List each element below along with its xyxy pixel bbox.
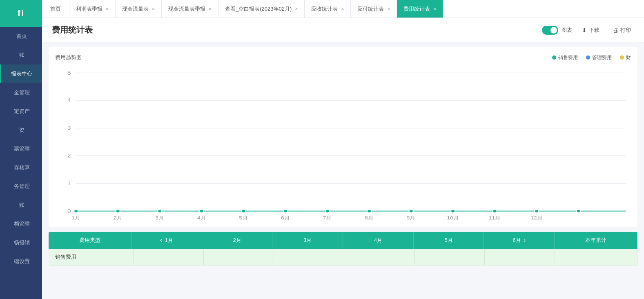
print-button[interactable]: 🖨 打印 — [609, 25, 634, 35]
tab-home-label: 首页 — [50, 5, 61, 13]
tab-bar: 首页 利润表季报 × 现金流量表 × 现金流量表季报 × 查看_空白报表(202… — [42, 0, 644, 18]
svg-text:1: 1 — [67, 180, 71, 186]
svg-point-20 — [409, 209, 413, 213]
chart-legend: 销售费用 管理费用 财 — [552, 54, 631, 61]
td-may-sales — [414, 249, 485, 265]
print-label: 打印 — [620, 27, 631, 34]
svg-text:5月: 5月 — [239, 215, 248, 220]
page-header: 费用统计表 图表 ⬇ 下载 🖨 打印 — [42, 18, 644, 42]
svg-text:4月: 4月 — [197, 215, 206, 220]
legend-sales: 销售费用 — [552, 54, 578, 61]
tab-expense[interactable]: 费用统计表 × — [397, 0, 443, 18]
tab-cashflow[interactable]: 现金流量表 × — [116, 0, 162, 18]
sidebar-item-settings[interactable]: 础设置 — [0, 252, 42, 271]
sidebar-item-archive[interactable]: 档管理 — [0, 215, 42, 233]
close-icon[interactable]: × — [433, 7, 436, 11]
tab-cashflow-quarterly[interactable]: 现金流量表季报 × — [162, 0, 218, 18]
svg-point-19 — [367, 209, 371, 213]
tab-receivable[interactable]: 应收统计表 × — [305, 0, 351, 18]
svg-text:6月: 6月 — [281, 215, 290, 220]
th-jun: 6月 › — [484, 232, 555, 249]
td-jan-sales — [134, 249, 204, 265]
th-may-label: 5月 — [444, 237, 452, 244]
tab-profit-quarterly[interactable]: 利润表季报 × — [69, 0, 116, 18]
sidebar-item-capital[interactable]: 资 — [0, 121, 42, 140]
td-mar-sales — [274, 249, 344, 265]
td-apr-sales — [344, 249, 414, 265]
svg-text:1月: 1月 — [71, 215, 80, 220]
td-type-sales: 销售费用 — [49, 249, 134, 265]
svg-point-17 — [283, 209, 287, 213]
svg-point-16 — [241, 209, 245, 213]
close-icon[interactable]: × — [387, 7, 390, 11]
svg-text:4: 4 — [67, 97, 71, 103]
chart-header: 费用趋势图 销售费用 管理费用 财 — [55, 54, 631, 61]
th-feb-label: 2月 — [233, 237, 241, 244]
svg-point-21 — [451, 209, 455, 213]
sidebar-item-finance[interactable]: 金管理 — [0, 83, 42, 102]
legend-dot-sales — [552, 55, 556, 60]
tab-label: 费用统计表 — [403, 5, 430, 13]
close-icon[interactable]: × — [209, 7, 212, 11]
close-icon[interactable]: × — [106, 7, 109, 11]
sidebar-item-services[interactable]: 务管理 — [0, 177, 42, 196]
th-apr-label: 4月 — [374, 237, 382, 244]
svg-point-15 — [200, 209, 204, 213]
th-jan-label: 1月 — [165, 237, 173, 244]
svg-text:0: 0 — [67, 208, 71, 214]
sidebar-item-account[interactable]: 账 — [0, 196, 42, 215]
nav-next-arrow[interactable]: › — [524, 237, 526, 244]
nav-prev-arrow[interactable]: ‹ — [160, 237, 162, 244]
tab-home[interactable]: 首页 — [42, 0, 69, 18]
th-may: 5月 — [414, 232, 484, 249]
svg-point-13 — [116, 209, 120, 213]
tab-blank-report[interactable]: 查看_空白报表(2023年02月) × — [218, 0, 305, 18]
td-ytd-sales — [555, 249, 637, 265]
svg-text:9月: 9月 — [407, 215, 416, 220]
sidebar-item-inventory[interactable]: 存核算 — [0, 158, 42, 177]
chart-section: 费用趋势图 销售费用 管理费用 财 — [49, 47, 637, 227]
svg-text:8月: 8月 — [365, 215, 374, 220]
th-type: 费用类型 — [49, 232, 131, 249]
sidebar-item-reimbursement[interactable]: 畅报销 — [0, 233, 42, 252]
legend-label-sales: 销售费用 — [558, 54, 578, 61]
svg-text:11月: 11月 — [489, 215, 501, 220]
close-icon[interactable]: × — [152, 7, 155, 11]
td-feb-sales — [204, 249, 274, 265]
table-row-sales: 销售费用 — [49, 249, 637, 266]
svg-text:7月: 7月 — [323, 215, 332, 220]
download-button[interactable]: ⬇ 下载 — [579, 25, 603, 35]
th-ytd-label: 本年累计 — [585, 237, 606, 244]
chart-svg: 5 4 3 2 1 0 — [55, 65, 631, 220]
tab-label: 现金流量表 — [122, 5, 149, 13]
svg-point-23 — [535, 209, 539, 213]
legend-label-finance: 财 — [626, 54, 631, 61]
th-jan: ‹ 1月 — [131, 232, 202, 249]
sidebar-item-home[interactable]: 首页 — [0, 27, 42, 46]
sidebar: fi 首页 账 报表中心 金管理 定资产 资 票管理 存核算 务管理 账 档管理… — [0, 0, 42, 299]
svg-text:12月: 12月 — [530, 215, 543, 220]
tab-label: 查看_空白报表(2023年02月) — [225, 5, 292, 13]
download-icon: ⬇ — [582, 27, 587, 33]
svg-text:10月: 10月 — [447, 215, 459, 220]
svg-text:2: 2 — [67, 153, 71, 158]
main-content: 首页 利润表季报 × 现金流量表 × 现金流量表季报 × 查看_空白报表(202… — [42, 0, 644, 299]
legend-label-admin: 管理费用 — [592, 54, 612, 61]
close-icon[interactable]: × — [341, 7, 344, 11]
sidebar-item-ledger[interactable]: 账 — [0, 46, 42, 64]
sidebar-item-assets[interactable]: 定资产 — [0, 102, 42, 121]
sidebar-item-bills[interactable]: 票管理 — [0, 140, 42, 158]
chart-toggle[interactable] — [542, 26, 558, 35]
table-header: 费用类型 ‹ 1月 2月 3月 4月 5月 — [49, 232, 637, 249]
sidebar-item-reports[interactable]: 报表中心 — [0, 64, 42, 83]
th-apr: 4月 — [343, 232, 414, 249]
tab-label: 现金流量表季报 — [168, 5, 205, 13]
svg-text:5: 5 — [67, 70, 71, 75]
th-mar: 3月 — [272, 232, 343, 249]
content-area: 费用统计表 图表 ⬇ 下载 🖨 打印 费用趋势图 — [42, 18, 644, 299]
svg-point-12 — [74, 209, 78, 213]
close-icon[interactable]: × — [295, 7, 298, 11]
svg-point-22 — [493, 209, 497, 213]
tab-payable[interactable]: 应付统计表 × — [351, 0, 397, 18]
header-actions: 图表 ⬇ 下载 🖨 打印 — [542, 25, 634, 35]
